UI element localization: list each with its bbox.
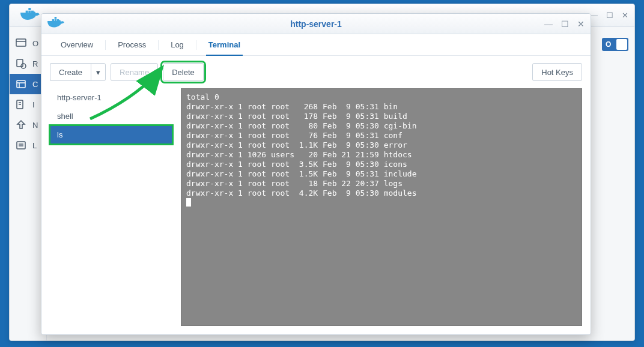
session-item[interactable]: http-server-1 xyxy=(50,88,172,107)
log-icon xyxy=(16,140,26,151)
container-icon xyxy=(16,79,26,89)
hot-keys-button[interactable]: Hot Keys xyxy=(532,63,582,81)
chevron-down-icon: ▾ xyxy=(96,68,100,77)
parent-window-controls: — ☐ ✕ xyxy=(590,11,628,20)
svg-marker-18 xyxy=(17,121,25,128)
terminal-session-list: http-server-1 shell ls xyxy=(50,88,172,326)
tab-separator xyxy=(196,40,196,50)
svg-rect-10 xyxy=(17,59,23,67)
tab-terminal[interactable]: Terminal xyxy=(198,35,251,55)
docker-logo-icon xyxy=(47,17,64,30)
svg-rect-12 xyxy=(17,80,25,88)
dialog-tabs: Overview Process Log Terminal xyxy=(41,34,591,56)
create-button[interactable]: Create xyxy=(50,63,91,81)
tab-log[interactable]: Log xyxy=(160,35,195,55)
toggle-on-label: O xyxy=(606,40,611,49)
parent-top-right: O xyxy=(602,38,628,51)
svg-rect-8 xyxy=(16,39,26,46)
delete-button[interactable]: Delete xyxy=(163,63,204,81)
sidebar-item-label: O xyxy=(32,39,38,48)
overview-icon xyxy=(16,38,26,49)
create-button-group: Create ▾ xyxy=(50,63,106,81)
sidebar-item-label: I xyxy=(32,100,35,109)
dialog-header: http-server-1 — ☐ ✕ xyxy=(41,14,591,34)
sidebar-item-label: R xyxy=(32,59,38,68)
terminal-output[interactable]: total 0 drwxr-xr-x 1 root root 268 Feb 9… xyxy=(181,88,582,326)
rename-button[interactable]: Rename xyxy=(111,63,158,81)
svg-rect-7 xyxy=(28,8,31,10)
svg-rect-29 xyxy=(55,17,57,19)
parent-maximize-button[interactable]: ☐ xyxy=(606,11,613,20)
running-toggle[interactable]: O xyxy=(602,38,628,51)
network-icon xyxy=(16,119,26,130)
svg-rect-19 xyxy=(17,142,25,149)
sidebar-item-label: C xyxy=(32,80,38,89)
registry-icon xyxy=(16,58,26,69)
container-detail-dialog: http-server-1 — ☐ ✕ Overview Process Log… xyxy=(41,13,591,335)
dialog-maximize-button[interactable]: ☐ xyxy=(561,19,569,29)
dialog-minimize-button[interactable]: — xyxy=(544,19,553,29)
tab-process[interactable]: Process xyxy=(107,35,157,55)
dialog-close-button[interactable]: ✕ xyxy=(577,19,585,29)
docker-logo-icon xyxy=(20,8,40,22)
image-icon xyxy=(16,99,26,110)
create-dropdown-button[interactable]: ▾ xyxy=(91,63,106,81)
svg-point-11 xyxy=(21,64,26,68)
tab-overview[interactable]: Overview xyxy=(50,35,104,55)
terminal-toolbar: Create ▾ Rename Delete Hot Keys xyxy=(41,56,591,88)
sidebar-item-label: L xyxy=(32,141,37,150)
tab-separator xyxy=(158,40,159,50)
tab-separator xyxy=(105,40,106,50)
toggle-knob xyxy=(616,39,627,50)
session-item[interactable]: ls xyxy=(50,125,172,144)
sidebar-item-label: N xyxy=(32,121,38,130)
session-item[interactable]: shell xyxy=(50,107,172,125)
parent-close-button[interactable]: ✕ xyxy=(622,11,628,20)
dialog-title: http-server-1 xyxy=(290,19,342,29)
